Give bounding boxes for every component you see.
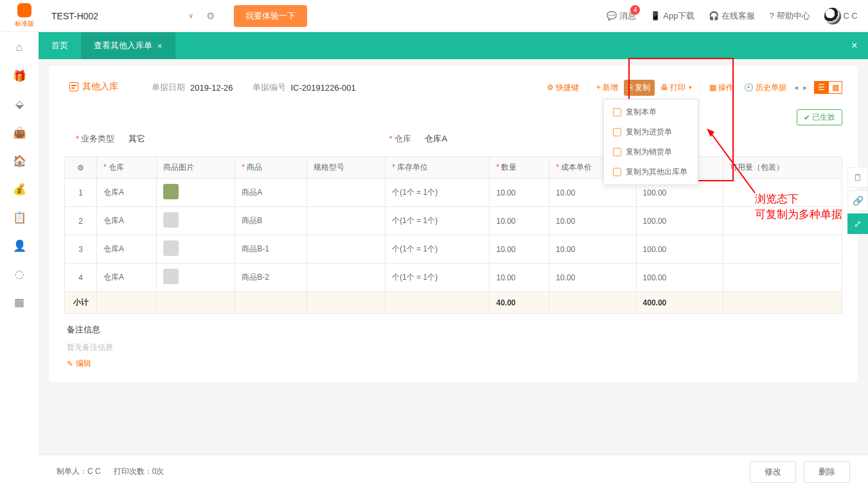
col-available: 可用量（包装）: [723, 157, 842, 179]
table-row[interactable]: 3仓库A商品B-1个(1个 = 1个)10.0010.00100.00: [65, 235, 842, 264]
prev-button[interactable]: ◂: [792, 80, 800, 95]
table-row[interactable]: 1仓库A商品A个(1个 = 1个)10.0010.00100.00: [65, 179, 842, 207]
gift-icon[interactable]: 🎁: [13, 69, 26, 82]
tab-home[interactable]: 首页: [39, 32, 81, 59]
trial-button[interactable]: 我要体验一下: [234, 5, 307, 27]
print-button[interactable]: 🖶打印▾: [656, 80, 696, 96]
dock-note-button[interactable]: 🗒: [847, 167, 868, 188]
next-button[interactable]: ▸: [801, 80, 809, 95]
tab-current[interactable]: 查看其他入库单 ×: [81, 32, 175, 59]
doc-no: IC-20191226-001: [291, 83, 356, 93]
tab-bar: 首页 查看其他入库单 × ×: [39, 32, 868, 59]
help-icon: ?: [769, 11, 774, 21]
remarks-empty: 暂无备注信息: [67, 342, 840, 353]
delete-button[interactable]: 删除: [804, 461, 850, 483]
close-icon[interactable]: ×: [157, 41, 163, 51]
copy-other-out-item[interactable]: 复制为其他出库单: [604, 162, 698, 182]
main-card: 其他入库 单据日期 2019-12-26 单据编号 IC-20191226-00…: [49, 66, 858, 382]
dock-link-button[interactable]: 🔗: [847, 190, 868, 211]
col-cost-price: 成本单价: [561, 163, 592, 172]
top-bar: 标准版 TEST-H002 ∨ ⚙ 我要体验一下 💬 消息 4 📱 App下载 …: [0, 0, 868, 32]
sidebar: ⌂ 🎁 ⬙ 👜 🏠 💰 📋 👤 ◌ ▦: [0, 32, 39, 488]
content-area: 首页 查看其他入库单 × × 其他入库 单据日期 2019-12-26: [39, 32, 868, 488]
doc-date: 2019-12-26: [190, 83, 233, 93]
col-qty: 数量: [501, 163, 517, 172]
product-image-icon: [163, 212, 179, 228]
actions-button[interactable]: ▦操作: [705, 80, 738, 96]
subtotal-row: 小计40.00400.00: [65, 292, 842, 314]
app-download-label: App下载: [663, 10, 695, 22]
online-service-label: 在线客服: [722, 10, 755, 22]
messages-badge: 4: [630, 5, 640, 15]
table-row[interactable]: 2仓库A商品B个(1个 = 1个)10.0010.00100.00: [65, 207, 842, 235]
doc-no-label: 单据编号: [252, 82, 286, 93]
user-menu[interactable]: C C: [824, 8, 858, 24]
view-toggle: ☰ ▦: [814, 81, 842, 94]
phone-icon: 📱: [650, 11, 660, 21]
doc-icon: [613, 108, 621, 116]
help-center-link[interactable]: ? 帮助中心: [769, 10, 810, 22]
table-row[interactable]: 4仓库A商品B-2个(1个 = 1个)10.0010.00100.00: [65, 264, 842, 292]
plus-icon: +: [596, 83, 601, 92]
copy-purchase-item[interactable]: 复制为进货单: [604, 122, 698, 142]
remarks-title: 备注信息: [67, 324, 840, 336]
col-stock-unit: 库存单位: [397, 163, 428, 172]
modify-button[interactable]: 修改: [750, 461, 796, 483]
dock-expand-button[interactable]: ⤢: [847, 213, 868, 234]
copy-button[interactable]: ⎘复制: [624, 80, 655, 96]
close-all-tabs-button[interactable]: ×: [841, 32, 868, 59]
safe-icon[interactable]: ⬙: [13, 98, 26, 111]
list-view-button[interactable]: ☰: [814, 81, 828, 94]
logo-icon: [17, 3, 31, 17]
doc-icon: [613, 168, 621, 176]
logo: 标准版: [10, 3, 39, 28]
document-icon: [69, 82, 78, 91]
message-icon: 💬: [607, 11, 617, 21]
messages-link[interactable]: 💬 消息 4: [607, 10, 636, 22]
person-icon[interactable]: 👤: [13, 239, 26, 252]
module-tab[interactable]: 其他入库: [55, 75, 132, 100]
edit-icon: ✎: [67, 359, 73, 368]
clipboard-icon[interactable]: 📋: [13, 211, 26, 224]
copy-sales-item[interactable]: 复制为销货单: [604, 142, 698, 162]
house-icon[interactable]: 🏠: [13, 154, 26, 167]
right-dock: 🗒 🔗 ⤢: [847, 167, 868, 237]
gear-column[interactable]: ⚙: [65, 157, 97, 179]
company-selector[interactable]: TEST-H002 ∨: [51, 11, 193, 21]
grid-icon: ▦: [709, 83, 716, 92]
add-button[interactable]: +新增: [592, 80, 623, 96]
card-header: 其他入库 单据日期 2019-12-26 单据编号 IC-20191226-00…: [49, 66, 858, 104]
doc-icon: [613, 128, 621, 136]
gear-icon[interactable]: ⚙: [206, 10, 215, 22]
copy-dropdown: 复制本单 复制为进货单 复制为销货单 复制为其他出库单: [603, 99, 698, 185]
bag-icon[interactable]: 👜: [13, 126, 26, 139]
status-badge: ✔ 已生效: [797, 109, 842, 125]
warehouse-label: 仓库: [394, 134, 411, 143]
copy-icon: ⎘: [628, 83, 633, 92]
col-product-img: 商品图片: [157, 157, 235, 179]
card-view-button[interactable]: ▦: [828, 81, 842, 94]
app-download-link[interactable]: 📱 App下载: [650, 10, 695, 22]
toolbar: ⚙快捷键 +新增 ⎘复制 🖶打印▾ ▦操作 🕘历史单据 ◂ ▸ ☰ ▦: [542, 80, 842, 96]
help-center-label: 帮助中心: [777, 10, 810, 22]
chevron-down-icon: ∨: [188, 12, 193, 20]
gear-small-icon: ⚙: [547, 83, 554, 92]
items-table: ⚙ *仓库 商品图片 *商品 规格型号 *库存单位 *数量 *成本单价 *成本金…: [64, 156, 842, 314]
home-icon[interactable]: ⌂: [13, 41, 26, 54]
product-image-icon: [163, 184, 179, 199]
remarks-section: 备注信息 暂无备注信息 ✎ 编辑: [49, 314, 858, 382]
money-icon[interactable]: 💰: [13, 183, 26, 195]
biz-type-value: 其它: [128, 134, 145, 143]
col-spec: 规格型号: [307, 157, 385, 179]
new-icon[interactable]: ▦: [13, 296, 26, 309]
online-service-link[interactable]: 🎧 在线客服: [709, 10, 755, 22]
history-button[interactable]: 🕘历史单据: [740, 80, 791, 96]
username: C C: [844, 11, 858, 21]
edit-remarks-button[interactable]: ✎ 编辑: [67, 358, 840, 369]
copy-current-item[interactable]: 复制本单: [604, 102, 698, 122]
shortcut-button[interactable]: ⚙快捷键: [542, 80, 583, 96]
form-row: *业务类型 其它 *仓库 仓库A: [49, 128, 858, 156]
refresh-icon[interactable]: ◌: [13, 267, 26, 280]
creator-info: 制单人：C C: [57, 466, 101, 477]
headset-icon: 🎧: [709, 11, 719, 21]
